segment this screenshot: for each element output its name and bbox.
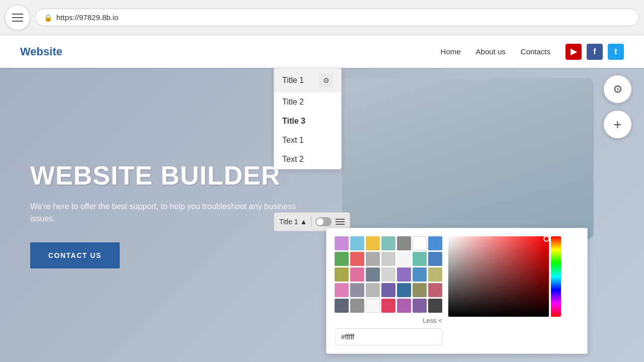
toolbar-chevron-icon: ▲ [300, 218, 307, 226]
dropdown-item-title3[interactable]: Title 3 [274, 112, 341, 131]
dropdown-item-title2[interactable]: Title 2 [274, 93, 341, 112]
nav-home[interactable]: Home [441, 47, 461, 56]
dropdown-item-text1[interactable]: Text 1 [274, 131, 341, 150]
swatch-red[interactable] [350, 252, 364, 266]
swatch-dark-olive[interactable] [413, 283, 427, 297]
swatch-pale-gray[interactable] [381, 267, 395, 282]
swatch-near-white[interactable] [397, 252, 411, 266]
gradient-canvas[interactable] [448, 236, 549, 317]
dropdown-label-title2: Title 2 [282, 98, 304, 107]
social-facebook-icon[interactable]: f [587, 44, 603, 60]
swatch-cornflower[interactable] [413, 267, 427, 282]
browser-menu-button[interactable] [5, 5, 30, 30]
fab-settings-button[interactable]: ⚙ [604, 75, 631, 103]
swatch-hot-pink[interactable] [335, 283, 349, 297]
swatch-khaki[interactable] [428, 267, 442, 282]
swatch-magenta[interactable] [397, 299, 411, 313]
swatch-teal[interactable] [381, 236, 395, 250]
swatch-violet[interactable] [397, 267, 411, 282]
site-header: Website Home About us Contacts ▶ f t [0, 35, 644, 68]
dropdown-settings-gear[interactable]: ⚙ [319, 73, 333, 87]
swatch-dark-purple[interactable] [413, 299, 427, 313]
dropdown-label-title1: Title 1 [282, 76, 304, 85]
gradient-selector[interactable] [543, 236, 549, 242]
color-picker-panel: Less < [326, 228, 588, 354]
swatch-off-white[interactable] [366, 299, 380, 313]
address-bar[interactable]: 🔒 https://97829.8b.io [35, 9, 639, 26]
swatch-white[interactable] [413, 236, 427, 250]
swatch-blue[interactable] [428, 236, 442, 250]
toolbar-divider [311, 216, 311, 227]
nav-contacts[interactable]: Contacts [521, 47, 550, 56]
social-icons: ▶ f t [566, 44, 624, 60]
swatch-mid-blue[interactable] [428, 252, 442, 266]
swatch-purple2[interactable] [381, 283, 395, 297]
swatch-steel-blue[interactable] [397, 283, 411, 297]
less-button[interactable]: Less < [335, 317, 442, 324]
hex-color-input[interactable] [335, 328, 442, 345]
swatch-yellow[interactable] [366, 236, 380, 250]
social-youtube-icon[interactable]: ▶ [566, 44, 582, 60]
swatch-pink[interactable] [350, 267, 364, 282]
social-twitter-icon[interactable]: t [608, 44, 624, 60]
swatch-mid-gray2[interactable] [350, 299, 364, 313]
toolbar-style-selector[interactable]: Title 1 ▲ [279, 218, 307, 226]
dropdown-label-title3: Title 3 [282, 117, 305, 126]
text-style-dropdown: Title 1 ⚙ Title 2 Title 3 Text 1 Text 2 [274, 68, 342, 169]
add-icon: + [613, 117, 621, 133]
hero-laptop-image [342, 78, 594, 239]
swatch-medium-gray[interactable] [366, 252, 380, 266]
site-nav: Home About us Contacts ▶ f t [441, 44, 624, 60]
url-text: https://97829.8b.io [56, 13, 118, 22]
swatch-dark-gray[interactable] [428, 299, 442, 313]
dropdown-item-text2[interactable]: Text 2 [274, 150, 341, 169]
fab-add-button[interactable]: + [604, 111, 631, 138]
website-container: Website Home About us Contacts ▶ f t WEB… [0, 35, 644, 362]
toolbar-toggle[interactable] [315, 217, 332, 226]
dropdown-label-text2: Text 2 [282, 155, 304, 164]
color-swatches-section: Less < [335, 236, 442, 345]
browser-chrome: 🔒 https://97829.8b.io [0, 0, 644, 35]
swatch-dark-slate[interactable] [335, 299, 349, 313]
dropdown-item-title1[interactable]: Title 1 ⚙ [274, 68, 341, 93]
swatch-blue-gray[interactable] [350, 283, 364, 297]
swatch-purple[interactable] [335, 236, 349, 250]
toolbar-style-label: Title 1 [279, 218, 298, 226]
swatch-olive[interactable] [335, 267, 349, 282]
toolbar-align-button[interactable] [336, 219, 345, 225]
gradient-black-overlay [448, 236, 549, 317]
swatch-light-gray[interactable] [381, 252, 395, 266]
swatch-silver[interactable] [366, 283, 380, 297]
swatch-green[interactable] [335, 252, 349, 266]
swatch-light-blue[interactable] [350, 236, 364, 250]
swatch-rose[interactable] [428, 283, 442, 297]
swatch-grid [335, 236, 442, 313]
site-logo: Website [20, 45, 62, 58]
hero-content: WEBSITE BUILDER We're here to offer the … [30, 161, 307, 268]
dropdown-label-text1: Text 1 [282, 136, 304, 145]
hero-subtitle: We're here to offer the best support, to… [30, 201, 307, 225]
swatch-crimson[interactable] [381, 299, 395, 313]
hue-slider[interactable] [551, 236, 561, 317]
swatch-slate[interactable] [366, 267, 380, 282]
contact-us-button[interactable]: CONTACT US [30, 242, 120, 268]
hero-title: WEBSITE BUILDER [30, 161, 307, 190]
toolbar-toggle-knob [316, 218, 324, 225]
gradient-picker-section [448, 236, 561, 345]
settings-icon: ⚙ [613, 83, 623, 96]
lock-icon: 🔒 [44, 14, 52, 22]
swatch-mint[interactable] [413, 252, 427, 266]
nav-about[interactable]: About us [476, 47, 506, 56]
swatch-gray[interactable] [397, 236, 411, 250]
gradient-row [448, 236, 561, 317]
